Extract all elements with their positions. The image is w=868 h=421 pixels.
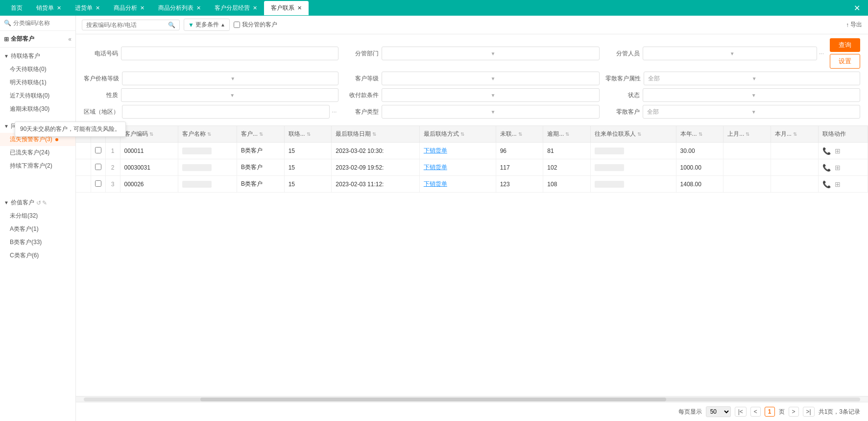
sidebar-item-class-b[interactable]: B类客户(33) bbox=[0, 236, 75, 249]
sidebar-section-pending-title[interactable]: ▼ 待联络客户 bbox=[0, 50, 75, 63]
tab-purchase-close[interactable]: ✕ bbox=[96, 5, 100, 11]
action-phone-icon-0[interactable]: 📞 bbox=[822, 147, 831, 155]
sidebar-collapse-button[interactable]: « bbox=[68, 36, 72, 43]
chevron-manager-icon: ▼ bbox=[730, 51, 813, 56]
tab-analysis-close[interactable]: ✕ bbox=[140, 5, 145, 11]
sidebar-section-value-title[interactable]: ▼ 价值客户 ↺ ✎ bbox=[0, 196, 75, 209]
my-customers-checkbox[interactable] bbox=[234, 22, 240, 28]
tab-analysis-list-close[interactable]: ✕ bbox=[196, 5, 201, 11]
sidebar-root[interactable]: ⊞ 全部客户 « bbox=[0, 31, 75, 48]
scrollbar-track[interactable] bbox=[84, 397, 860, 401]
settings-button[interactable]: 设置 bbox=[830, 54, 860, 69]
sidebar-item-declining[interactable]: 持续下滑客户(2) bbox=[0, 159, 75, 173]
filter-customer-level-select[interactable]: ▼ bbox=[382, 72, 599, 85]
filter-retail-attr-select[interactable]: 全部 ▼ bbox=[644, 72, 860, 85]
chevron-dept-icon: ▼ bbox=[491, 51, 595, 56]
next-page-button[interactable]: > bbox=[789, 407, 799, 417]
tab-customer-contact[interactable]: 客户联系 ✕ bbox=[264, 1, 309, 15]
sidebar-item-overdue[interactable]: 逾期未联络(30) bbox=[0, 102, 75, 116]
action-phone-icon-1[interactable]: 📞 bbox=[822, 164, 831, 172]
tab-analysis[interactable]: 商品分析 ✕ bbox=[107, 1, 151, 15]
tab-sales[interactable]: 销货单 ✕ bbox=[29, 1, 68, 15]
contact-method-link-1[interactable]: 下销货单 bbox=[424, 164, 447, 171]
sidebar-item-churned[interactable]: 已流失客户(24) bbox=[0, 146, 75, 159]
tab-analysis-list[interactable]: 商品分析列表 ✕ bbox=[151, 1, 208, 15]
filter-phone-input[interactable] bbox=[121, 47, 338, 60]
td-unit-contact-1 bbox=[591, 159, 676, 176]
filter-price-level-select[interactable]: ▼ bbox=[122, 72, 338, 85]
sort-unit-icon: ⇅ bbox=[637, 131, 641, 137]
filter-region-select[interactable] bbox=[122, 105, 330, 119]
prev-page-button[interactable]: < bbox=[750, 407, 761, 417]
th-this-month[interactable]: 本月...⇅ bbox=[771, 126, 818, 143]
action-more-icon-0[interactable]: ⊞ bbox=[835, 147, 841, 155]
action-phone-icon-2[interactable]: 📞 bbox=[822, 180, 831, 188]
sidebar-item-7days[interactable]: 近7天待联络(0) bbox=[0, 89, 75, 102]
action-more-icon-2[interactable]: ⊞ bbox=[835, 180, 841, 188]
tab-customer-tier[interactable]: 客户分层经营 ✕ bbox=[208, 1, 264, 15]
th-action: 联络动作 bbox=[818, 126, 868, 143]
first-page-button[interactable]: |< bbox=[735, 407, 747, 417]
toolbar-search-input[interactable] bbox=[86, 22, 168, 28]
tab-customer-contact-close[interactable]: ✕ bbox=[297, 5, 302, 11]
th-overdue[interactable]: 逾期...⇅ bbox=[543, 126, 591, 143]
row-checkbox-0[interactable] bbox=[95, 147, 101, 153]
scrollbar-thumb[interactable] bbox=[200, 397, 666, 401]
sort-year-icon: ⇅ bbox=[699, 131, 702, 137]
tab-customer-tier-close[interactable]: ✕ bbox=[253, 5, 257, 11]
td-settings-1 bbox=[76, 159, 91, 176]
filter-more-label: 更多条件 bbox=[195, 21, 219, 29]
tab-purchase[interactable]: 进货单 ✕ bbox=[68, 1, 107, 15]
th-contact[interactable]: 联络...⇅ bbox=[284, 126, 332, 143]
sidebar-item-tomorrow[interactable]: 明天待联络(1) bbox=[0, 76, 75, 89]
last-page-button[interactable]: >| bbox=[803, 407, 815, 417]
tab-sales-close[interactable]: ✕ bbox=[57, 5, 61, 11]
toolbar-search-icon[interactable]: 🔍 bbox=[168, 22, 175, 28]
filter-customer-type-select[interactable]: ▼ bbox=[382, 105, 599, 119]
sidebar-item-class-a[interactable]: A类客户(1) bbox=[0, 223, 75, 236]
tab-home[interactable]: 首页 bbox=[4, 1, 29, 15]
filter-payment-select[interactable]: ▼ bbox=[382, 88, 599, 102]
row-checkbox-1[interactable] bbox=[95, 164, 101, 170]
th-this-year[interactable]: 本年...⇅ bbox=[676, 126, 723, 143]
td-num-1: 2 bbox=[105, 159, 120, 176]
window-close-button[interactable]: ✕ bbox=[850, 3, 864, 13]
sidebar-item-today[interactable]: 今天待联络(0) bbox=[0, 63, 75, 76]
export-button[interactable]: ↑ 导出 bbox=[846, 21, 862, 29]
filter-dept-select[interactable]: ▼ bbox=[382, 47, 599, 60]
chevron-retail2-icon: ▼ bbox=[751, 109, 856, 115]
table-row: 1 000011 B类客户 15 2023-03-02 10:30: 下销货单 … bbox=[76, 143, 868, 159]
per-page-select[interactable]: 50 20 100 bbox=[706, 406, 731, 417]
filter-nature-select[interactable]: ▼ bbox=[121, 88, 338, 102]
horizontal-scrollbar[interactable] bbox=[76, 396, 868, 402]
sidebar-search-input[interactable] bbox=[13, 20, 72, 26]
action-more-icon-1[interactable]: ⊞ bbox=[835, 164, 841, 172]
th-last-month[interactable]: 上月...⇅ bbox=[723, 126, 771, 143]
th-last-contact-method[interactable]: 最后联络方式⇅ bbox=[419, 126, 496, 143]
td-checkbox-0 bbox=[91, 143, 105, 159]
sidebar-item-ungroup[interactable]: 未分组(32) bbox=[0, 209, 75, 223]
value-section-edit-icon[interactable]: ↺ bbox=[36, 199, 41, 206]
filter-retail-customer-select[interactable]: 全部 ▼ bbox=[643, 105, 860, 119]
contact-method-link-2[interactable]: 下销货单 bbox=[424, 180, 447, 187]
filter-manager-dots[interactable]: ··· bbox=[817, 50, 826, 57]
filter-more-button[interactable]: ▼ 更多条件 ▲ bbox=[184, 19, 230, 31]
arrow-icon: ▼ bbox=[4, 53, 9, 59]
th-unit-contact[interactable]: 往来单位联系人⇅ bbox=[591, 126, 676, 143]
filter-status-select[interactable]: ▼ bbox=[643, 88, 860, 102]
filter-row-3: 性质 ▼ 收付款条件 ▼ 状态 bbox=[84, 88, 860, 102]
filter-region-dots[interactable]: ··· bbox=[330, 108, 338, 115]
query-button[interactable]: 查询 bbox=[830, 38, 860, 52]
filter-manager-select[interactable]: ▼ bbox=[643, 47, 817, 60]
th-last-contact-date[interactable]: 最后联络日期⇅ bbox=[332, 126, 419, 143]
td-type-0: B类客户 bbox=[237, 143, 285, 159]
contact-method-link-0[interactable]: 下销货单 bbox=[424, 147, 447, 154]
th-uncontacted[interactable]: 未联...⇅ bbox=[496, 126, 543, 143]
th-code[interactable]: 客户编码⇅ bbox=[120, 126, 178, 143]
th-type[interactable]: 客户...⇅ bbox=[237, 126, 285, 143]
row-checkbox-2[interactable] bbox=[95, 180, 101, 187]
th-name[interactable]: 客户名称⇅ bbox=[178, 126, 237, 143]
value-section-settings-icon[interactable]: ✎ bbox=[42, 199, 47, 206]
per-page-label: 每页显示 bbox=[678, 408, 702, 416]
sidebar-item-class-c[interactable]: C类客户(6) bbox=[0, 249, 75, 262]
